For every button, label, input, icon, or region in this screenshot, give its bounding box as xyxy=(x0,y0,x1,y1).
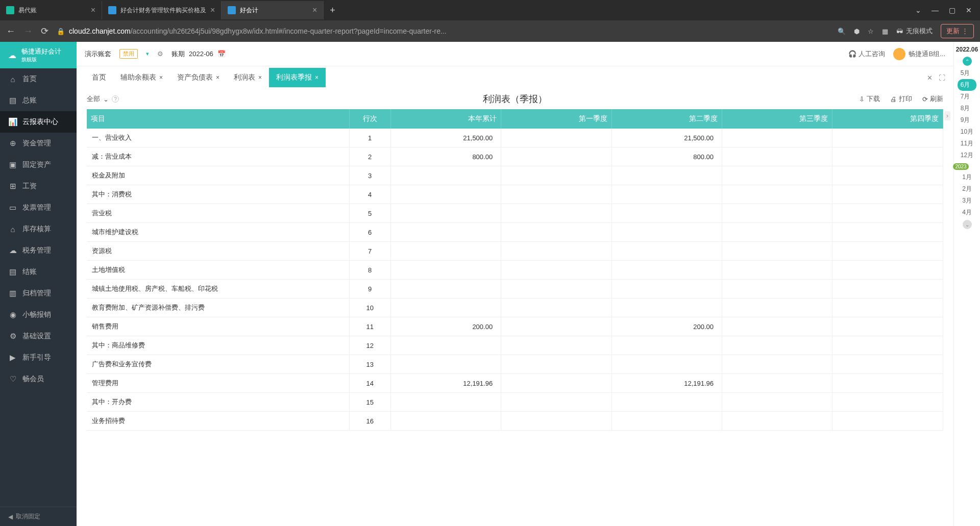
table-row[interactable]: 一、营业收入121,500.0021,500.00 xyxy=(87,129,943,147)
chevron-down-icon[interactable]: ⌄ xyxy=(915,6,921,14)
filter-select[interactable]: 全部 ⌄ ? xyxy=(87,94,119,104)
close-button[interactable]: ✕ xyxy=(966,6,972,14)
sidebar-item[interactable]: 📊云报表中心 xyxy=(0,111,77,133)
rail-month[interactable]: 11月 xyxy=(958,138,976,149)
address-bar[interactable]: 🔒 cloud2.chanjet.com/accounting/uh26t264… xyxy=(57,27,829,35)
close-icon[interactable]: × xyxy=(258,74,262,81)
sidebar-item[interactable]: ▤总账 xyxy=(0,90,77,111)
table-row[interactable]: 广告费和业务宣传费13 xyxy=(87,355,943,374)
tab-close-icon[interactable]: × xyxy=(91,6,95,15)
sidebar-item[interactable]: ▥归档管理 xyxy=(0,283,77,304)
rail-month[interactable]: 1月 xyxy=(959,171,975,183)
search-icon[interactable]: 🔍 xyxy=(838,28,846,35)
sidebar-item[interactable]: ▤结账 xyxy=(0,261,77,283)
sidebar-item[interactable]: ⚙基础设置 xyxy=(0,325,77,347)
table-row[interactable]: 减：营业成本2800.00800.00 xyxy=(87,147,943,166)
sidebar-item[interactable]: ◉小畅报销 xyxy=(0,304,77,325)
rail-month[interactable]: 12月 xyxy=(958,149,976,161)
page-tab[interactable]: 资产负债表× xyxy=(170,68,227,87)
rail-year[interactable]: 2022.06 xyxy=(956,46,978,53)
tab-close-icon[interactable]: × xyxy=(312,6,317,15)
table-row[interactable]: 资源税7 xyxy=(87,242,943,261)
table-row[interactable]: 其中：消费税4 xyxy=(87,185,943,204)
maximize-button[interactable]: ▢ xyxy=(949,6,955,14)
sidebar-item[interactable]: ⌂库存核算 xyxy=(0,218,77,240)
sidebar-unpin[interactable]: ◀ 取消固定 xyxy=(0,507,77,526)
period-value[interactable]: 2022-06 xyxy=(189,50,213,58)
chevron-down-icon[interactable]: ▾ xyxy=(146,51,149,57)
browser-tab[interactable]: 好会计财务管理软件购买价格及× xyxy=(102,1,222,19)
close-icon[interactable]: × xyxy=(315,74,318,81)
close-all-tabs[interactable]: ✕ xyxy=(927,74,933,82)
url-text: cloud2.chanjet.com/accounting/uh26t264j5… xyxy=(69,27,447,35)
refresh-button[interactable]: ⟳刷新 xyxy=(922,94,943,104)
rail-month[interactable]: 2月 xyxy=(959,183,975,195)
browser-tab[interactable]: 易代账× xyxy=(0,1,102,19)
table-cell xyxy=(501,242,611,261)
forward-button[interactable]: → xyxy=(23,26,33,37)
rail-month[interactable]: 4月 xyxy=(959,207,975,218)
reload-button[interactable]: ⟳ xyxy=(41,26,48,37)
rail-month[interactable]: 9月 xyxy=(958,114,976,126)
fullscreen-icon[interactable]: ⛶ xyxy=(939,74,945,82)
table-cell xyxy=(832,412,943,431)
table-row[interactable]: 业务招待费16 xyxy=(87,412,943,431)
close-icon[interactable]: × xyxy=(216,74,219,81)
help-icon[interactable]: ? xyxy=(112,95,119,103)
gear-icon[interactable]: ⚙ xyxy=(157,50,163,58)
page-tab[interactable]: 利润表× xyxy=(227,68,269,87)
sidebar-item[interactable]: ▣固定资产 xyxy=(0,154,77,176)
rail-month[interactable]: 6月 xyxy=(958,79,976,91)
extensions-icon[interactable]: ⬢ xyxy=(854,28,860,35)
table-row[interactable]: 其中：开办费15 xyxy=(87,393,943,412)
scroll-up-icon[interactable]: ⌃ xyxy=(963,57,972,66)
page-tab[interactable]: 首页 xyxy=(85,68,113,87)
nav-icon: 📊 xyxy=(8,117,17,127)
table-container: › 项目行次本年累计第一季度第二季度第三季度第四季度 一、营业收入121,500… xyxy=(77,109,953,526)
rail-month[interactable]: 5月 xyxy=(958,67,976,79)
table-row[interactable]: 管理费用1412,191.9612,191.96 xyxy=(87,374,943,393)
sidebar-item[interactable]: ▭发票管理 xyxy=(0,197,77,218)
page-tab[interactable]: 辅助余额表× xyxy=(113,68,170,87)
back-button[interactable]: ← xyxy=(6,26,15,37)
table-row[interactable]: 城市维护建设税6 xyxy=(87,223,943,242)
table-cell xyxy=(390,166,501,185)
apps-icon[interactable]: ▦ xyxy=(882,28,888,35)
rail-month[interactable]: 10月 xyxy=(958,126,976,138)
rail-month[interactable]: 8月 xyxy=(958,103,976,114)
table-row[interactable]: 营业税5 xyxy=(87,204,943,223)
tab-close-icon[interactable]: × xyxy=(210,6,215,15)
sidebar-item[interactable]: ☁税务管理 xyxy=(0,240,77,261)
close-icon[interactable]: × xyxy=(159,74,163,81)
table-row[interactable]: 其中：商品维修费12 xyxy=(87,336,943,355)
sidebar-item[interactable]: ⊞工资 xyxy=(0,176,77,197)
bookmark-icon[interactable]: ☆ xyxy=(868,28,874,35)
sidebar-item[interactable]: ⊕资金管理 xyxy=(0,133,77,154)
sidebar-item[interactable]: ⌂首页 xyxy=(0,68,77,90)
table-row[interactable]: 税金及附加3 xyxy=(87,166,943,185)
rail-month[interactable]: 3月 xyxy=(959,195,975,207)
sidebar-item[interactable]: ♡畅会员 xyxy=(0,368,77,390)
rail-month[interactable]: 7月 xyxy=(958,91,976,103)
disable-tag[interactable]: 禁用 xyxy=(119,49,138,59)
logo[interactable]: ☁ 畅捷通好会计 旗舰版 xyxy=(0,42,77,68)
update-button[interactable]: 更新 ⋮ xyxy=(941,24,974,38)
download-button[interactable]: ⇩下载 xyxy=(859,94,880,104)
table-row[interactable]: 销售费用11200.00200.00 xyxy=(87,317,943,336)
browser-tab[interactable]: 好会计× xyxy=(222,1,324,19)
calendar-icon[interactable]: 📅 xyxy=(217,50,226,58)
table-row[interactable]: 土地增值税8 xyxy=(87,261,943,280)
page-tab[interactable]: 利润表季报× xyxy=(269,68,326,87)
minimize-button[interactable]: — xyxy=(932,6,939,14)
scroll-right-hint[interactable]: › xyxy=(944,111,950,120)
sidebar-item[interactable]: ▶新手引导 xyxy=(0,347,77,368)
table-row[interactable]: 教育费附加、矿产资源补偿费、排污费10 xyxy=(87,298,943,317)
scroll-down-icon[interactable]: ⌄ xyxy=(963,220,972,229)
support-button[interactable]: 🎧 人工咨询 xyxy=(848,49,885,59)
new-tab-button[interactable]: + xyxy=(324,5,341,16)
user-menu[interactable]: 畅捷通B组... xyxy=(893,48,945,60)
table-row[interactable]: 城镇土地使用税、房产税、车船税、印花税9 xyxy=(87,280,943,298)
print-button[interactable]: 🖨打印 xyxy=(890,94,912,104)
table-cell: 9 xyxy=(349,280,390,298)
account-name[interactable]: 演示账套 xyxy=(85,49,111,59)
